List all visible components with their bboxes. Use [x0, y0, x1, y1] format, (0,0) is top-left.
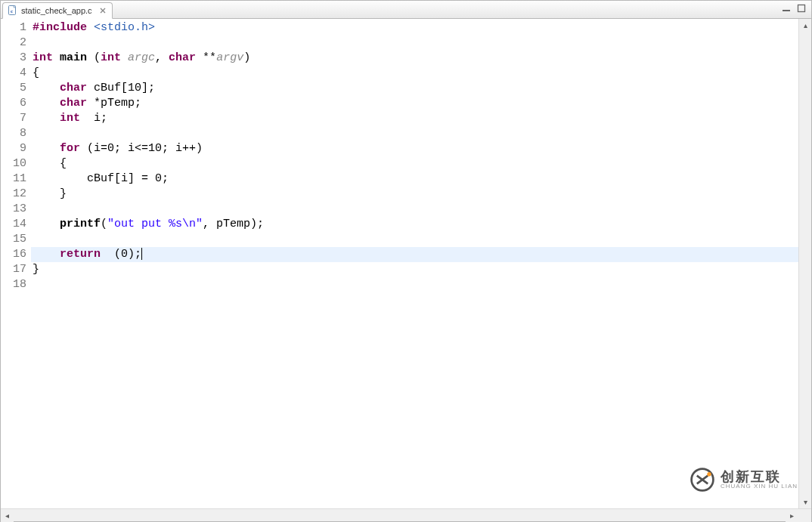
- line-number-gutter: 123456789101112131415161718: [1, 19, 31, 508]
- code-line[interactable]: char *pTemp;: [31, 96, 798, 111]
- line-number: 14: [1, 217, 31, 232]
- code-line[interactable]: [31, 36, 798, 51]
- scroll-corner: [798, 509, 811, 522]
- scroll-left-icon[interactable]: ◂: [1, 509, 14, 522]
- svg-rect-2: [783, 10, 790, 11]
- line-number: 13: [1, 202, 31, 217]
- line-number: 16: [1, 247, 31, 262]
- code-line[interactable]: {: [31, 66, 798, 81]
- line-number: 11: [1, 171, 31, 187]
- line-number: 12: [1, 187, 31, 202]
- code-line[interactable]: printf("out put %s\n", pTemp);: [31, 217, 798, 232]
- code-line[interactable]: char cBuf[10];: [31, 81, 798, 96]
- vertical-scrollbar[interactable]: ▴ ▾: [798, 19, 811, 508]
- line-number: 1: [1, 20, 31, 36]
- tab-bar: c static_check_app.c: [1, 1, 811, 19]
- tab-filename: static_check_app.c: [21, 6, 92, 15]
- line-number: 5: [1, 81, 31, 96]
- editor-window: c static_check_app.c 1234567891011121314…: [0, 0, 812, 522]
- code-line[interactable]: }: [31, 187, 798, 202]
- code-line[interactable]: for (i=0; i<=10; i++): [31, 141, 798, 156]
- code-line[interactable]: int i;: [31, 111, 798, 126]
- line-number: 10: [1, 156, 31, 171]
- hscroll-track[interactable]: [14, 509, 786, 521]
- line-number: 17: [1, 262, 31, 277]
- scroll-up-icon[interactable]: ▴: [799, 19, 812, 32]
- line-number: 18: [1, 277, 31, 292]
- code-line[interactable]: int main (int argc, char **argv): [31, 51, 798, 66]
- code-line[interactable]: cBuf[i] = 0;: [31, 171, 798, 187]
- tab-active[interactable]: c static_check_app.c: [2, 2, 113, 19]
- view-controls: [779, 2, 808, 14]
- editor-area: 123456789101112131415161718 #include <st…: [1, 19, 811, 508]
- vscroll-track[interactable]: [799, 32, 811, 496]
- code-line[interactable]: [31, 126, 798, 141]
- code-line[interactable]: return (0);: [31, 247, 798, 262]
- svg-rect-3: [798, 5, 805, 12]
- scroll-right-icon[interactable]: ▸: [786, 509, 798, 522]
- scroll-down-icon[interactable]: ▾: [799, 496, 812, 508]
- svg-text:c: c: [11, 8, 13, 14]
- line-number: 3: [1, 51, 31, 66]
- line-number: 4: [1, 66, 31, 81]
- code-line[interactable]: {: [31, 156, 798, 171]
- line-number: 7: [1, 111, 31, 126]
- line-number: 15: [1, 232, 31, 247]
- code-line[interactable]: [31, 202, 798, 217]
- text-caret: [141, 248, 142, 260]
- line-number: 2: [1, 36, 31, 51]
- code-line[interactable]: #include <stdio.h>: [31, 20, 798, 36]
- close-icon[interactable]: [98, 6, 107, 15]
- minimize-view-icon[interactable]: [779, 2, 793, 14]
- code-line[interactable]: [31, 277, 798, 292]
- maximize-view-icon[interactable]: [795, 2, 808, 14]
- code-line[interactable]: [31, 232, 798, 247]
- code-line[interactable]: }: [31, 262, 798, 277]
- code-content[interactable]: #include <stdio.h>int main (int argc, ch…: [31, 19, 798, 508]
- c-file-icon: c: [8, 5, 18, 16]
- line-number: 9: [1, 141, 31, 156]
- line-number: 6: [1, 96, 31, 111]
- horizontal-scrollbar[interactable]: ◂ ▸: [1, 508, 811, 521]
- line-number: 8: [1, 126, 31, 141]
